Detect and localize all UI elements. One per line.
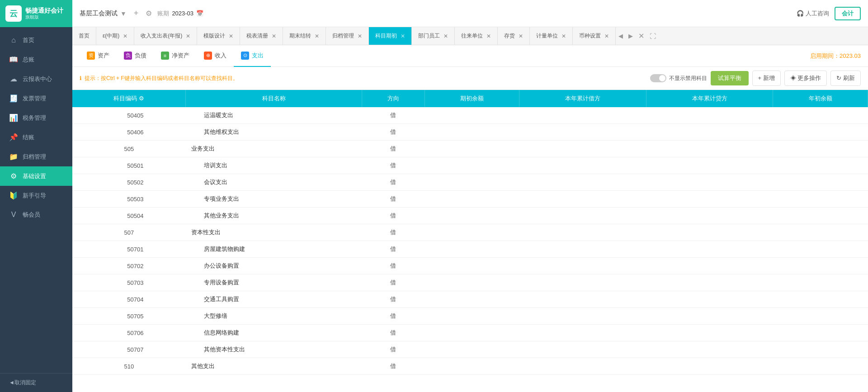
sidebar-item-member[interactable]: V 畅会员 [0, 205, 72, 224]
tab-interim[interactable]: ε(中期)✕ [96, 27, 134, 45]
cell-opening-7 [425, 224, 519, 241]
table-row[interactable]: 50503 专项业务支出 借 [72, 191, 868, 208]
cell-year-opening-0 [773, 107, 868, 124]
table-row[interactable]: 50504 其他业务支出 借 [72, 208, 868, 224]
tab-dept-staff[interactable]: 部门员工✕ [412, 27, 455, 45]
table-row[interactable]: 50704 交通工具购置 借 [72, 291, 868, 308]
sidebar-item-settings[interactable]: ⚙ 基础设置 [0, 166, 72, 186]
tab-currency[interactable]: 币种设置✕ [573, 27, 616, 45]
tab-label-counterparty: 往来单位 [461, 32, 483, 40]
calendar-icon[interactable]: 📅 [196, 10, 203, 17]
company-selector[interactable]: 基层工会测试 ▼ [80, 9, 127, 18]
tab-close-tax-clear[interactable]: ✕ [272, 33, 276, 39]
cell-year-opening-1 [773, 124, 868, 141]
sidebar-item-archive[interactable]: 📁 归档管理 [0, 147, 72, 166]
tab-archive-mgmt[interactable]: 归档管理✕ [326, 27, 369, 45]
table-row[interactable]: 50406 其他维权支出 借 [72, 124, 868, 141]
col-header-name: 科目名称 [186, 90, 362, 107]
toggle-knob [659, 75, 665, 81]
table-row[interactable]: 510 其他支出 借 [72, 358, 868, 375]
gear-icon[interactable]: ⚙ [139, 95, 144, 102]
sidebar-item-guide[interactable]: 🔰 新手引导 [0, 186, 72, 205]
sidebar-collapse-btn[interactable]: ◄取消固定 [0, 373, 72, 392]
cell-ytd-debit-15 [519, 358, 646, 375]
tab-close-dept-staff[interactable]: ✕ [443, 33, 448, 39]
tab-close-period-end[interactable]: ✕ [315, 33, 319, 39]
tab-close-currency[interactable]: ✕ [604, 33, 609, 39]
balance-btn[interactable]: 试算平衡 [711, 71, 749, 85]
tab-expand-btn[interactable]: ⛶ [647, 33, 659, 40]
refresh-btn[interactable]: ↻ 刷新 [830, 71, 861, 86]
add-company-btn[interactable]: + [132, 9, 141, 18]
table-row[interactable]: 50706 信息网络购建 借 [72, 325, 868, 341]
table-row[interactable]: 50502 会议支出 借 [72, 174, 868, 191]
cell-ytd-credit-6 [646, 208, 773, 224]
subject-type-filter: 资 资产负 负债≡ 净资产⊕ 收入⊙ 支出 启用期间：2023.03 [72, 45, 868, 67]
col-header-ytd-credit: 本年累计贷方 [646, 90, 773, 107]
filter-tab-liability[interactable]: 负 负债 [117, 45, 154, 67]
cell-code-0: 50405 [72, 107, 186, 124]
tab-close-counterparty[interactable]: ✕ [486, 33, 491, 39]
table-row[interactable]: 50707 其他资本性支出 借 [72, 341, 868, 358]
tab-inventory[interactable]: 存货✕ [498, 27, 530, 45]
filter-label-expense: 支出 [252, 52, 264, 60]
table-row[interactable]: 507 资本性支出 借 [72, 224, 868, 241]
sidebar-item-reports[interactable]: ☁ 云报表中心 [0, 69, 72, 89]
cell-code-4: 50502 [72, 174, 186, 191]
table-row[interactable]: 50703 专用设备购置 借 [72, 274, 868, 291]
cell-ytd-credit-1 [646, 124, 773, 141]
cell-year-opening-13 [773, 325, 868, 341]
table-row[interactable]: 50702 办公设备购置 借 [72, 258, 868, 274]
tab-home[interactable]: 首页 [72, 27, 96, 45]
tab-close-all-btn[interactable]: ✕ [636, 32, 647, 40]
cell-name-13: 信息网络购建 [186, 325, 362, 341]
tab-scroll-right[interactable]: ▶ [626, 33, 636, 39]
table-row[interactable]: 505 业务支出 借 [72, 141, 868, 157]
cell-opening-6 [425, 208, 519, 224]
support-label: 人工咨询 [806, 9, 829, 18]
filter-tab-asset[interactable]: 资 资产 [80, 45, 117, 67]
support-btn[interactable]: 🎧 人工咨询 [797, 9, 829, 18]
settings-icon[interactable]: ⚙ [146, 9, 152, 18]
cell-ytd-debit-5 [519, 191, 646, 208]
tab-close-template[interactable]: ✕ [229, 33, 233, 39]
tab-income-annual[interactable]: 收入支出表(年报)✕ [134, 27, 197, 45]
tab-tax-clear[interactable]: 税表清册✕ [240, 27, 283, 45]
cell-direction-14: 借 [362, 341, 425, 358]
add-subject-btn[interactable]: + 新增 [752, 71, 781, 86]
cell-code-14: 50707 [72, 341, 186, 358]
tab-close-unit[interactable]: ✕ [561, 33, 566, 39]
table-row[interactable]: 50701 房屋建筑物购建 借 [72, 241, 868, 258]
tab-close-income-annual[interactable]: ✕ [186, 33, 190, 39]
tab-label-tax-clear: 税表清册 [246, 32, 268, 40]
cell-direction-8: 借 [362, 241, 425, 258]
tab-close-interim[interactable]: ✕ [123, 33, 127, 39]
sidebar-item-ledger[interactable]: 📖 总账 [0, 50, 72, 69]
cell-year-opening-5 [773, 191, 868, 208]
tab-unit[interactable]: 计量单位✕ [530, 27, 573, 45]
table-row[interactable]: 50405 运温暖支出 借 [72, 107, 868, 124]
sidebar-item-tax[interactable]: 📊 税务管理 [0, 108, 72, 128]
tab-close-subject-init[interactable]: ✕ [401, 33, 405, 39]
tab-counterparty[interactable]: 往来单位✕ [455, 27, 498, 45]
reports-label: 云报表中心 [23, 75, 52, 83]
tab-close-archive-mgmt[interactable]: ✕ [358, 33, 362, 39]
tab-period-end[interactable]: 期末结转✕ [283, 27, 326, 45]
sidebar-item-home[interactable]: ⌂ 首页 [0, 31, 72, 50]
user-role-btn[interactable]: 会计 [835, 7, 861, 20]
tab-template[interactable]: 模版设计✕ [197, 27, 240, 45]
disabled-subjects-toggle[interactable] [650, 74, 666, 82]
table-row[interactable]: 50705 大型修缮 借 [72, 308, 868, 325]
filter-tab-expense[interactable]: ⊙ 支出 [234, 45, 271, 67]
filter-tab-equity[interactable]: ≡ 净资产 [154, 45, 197, 67]
sidebar-item-invoice[interactable]: 🧾 发票管理 [0, 89, 72, 108]
sidebar-item-closing[interactable]: 📌 结账 [0, 128, 72, 147]
table-row[interactable]: 50501 培训支出 借 [72, 157, 868, 174]
tab-subject-init[interactable]: 科目期初✕ [369, 27, 412, 45]
more-actions-btn[interactable]: ◈ 更多操作 [784, 71, 827, 86]
tab-close-inventory[interactable]: ✕ [519, 33, 523, 39]
tab-scroll-left[interactable]: ◀ [616, 33, 626, 39]
filter-tab-income[interactable]: ⊕ 收入 [197, 45, 234, 67]
cell-direction-15: 借 [362, 358, 425, 375]
filter-period: 启用期间：2023.03 [810, 52, 861, 60]
